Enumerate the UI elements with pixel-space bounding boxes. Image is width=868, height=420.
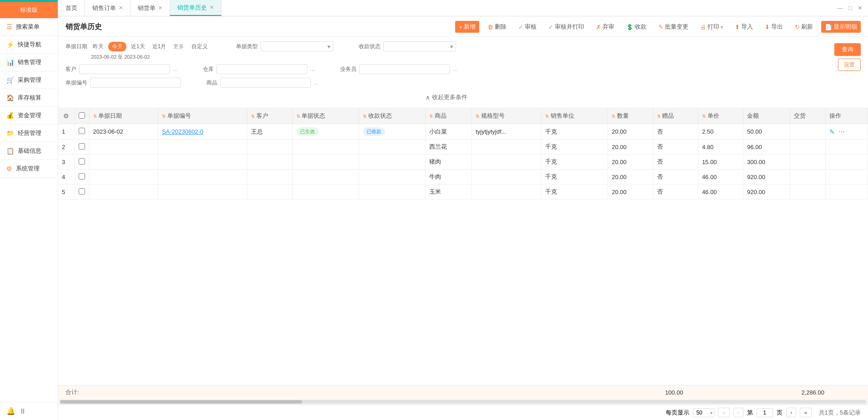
close-tab-sales-history[interactable]: ✕ [210, 5, 214, 10]
sidebar-item-sys-mgmt[interactable]: ⚙ 系统管理 [0, 160, 58, 178]
date-btn-custom[interactable]: 自定义 [189, 42, 211, 51]
show-detail-button[interactable]: 📄 显示明细 [821, 21, 861, 33]
select-all-checkbox[interactable] [79, 112, 85, 119]
date-btn-last1m[interactable]: 近1月 [150, 42, 169, 51]
row-checkbox[interactable] [79, 188, 85, 195]
filter-row-3: 单据编号 商品 ... [65, 78, 827, 88]
row-checkbox[interactable] [79, 158, 85, 165]
goods-dots[interactable]: ... [314, 80, 318, 86]
maximize-btn[interactable]: □ [848, 5, 852, 11]
ops[interactable]: ✎ ⋯ [826, 124, 868, 140]
warehouse-input[interactable] [216, 64, 307, 74]
notification-icon[interactable]: 🔔 [6, 407, 15, 415]
row-checkbox[interactable] [79, 173, 85, 180]
tab-home[interactable]: 首页 [58, 0, 85, 16]
inventory-calc-icon: 🏠 [6, 94, 14, 101]
customer-dots[interactable]: ... [173, 66, 177, 72]
footer-total-amount: 2,286.00 [801, 389, 824, 396]
sidebar-item-quick-nav[interactable]: ⚡ 快捷导航 [0, 36, 58, 54]
sidebar-item-inventory-calc[interactable]: 🏠 库存核算 [0, 89, 58, 107]
sort-icon: ⇅ [363, 114, 366, 119]
date-btn-today[interactable]: 今天 [108, 42, 126, 51]
row-checkbox[interactable] [75, 124, 89, 140]
doc-no[interactable]: SA-20230602-0 [158, 124, 247, 140]
delete-button[interactable]: 🗑 删除 [484, 21, 510, 33]
sidebar-item-label: 销售管理 [18, 58, 41, 66]
new-button[interactable]: + 新增 [455, 21, 479, 33]
ops-cell: ✎ ⋯ [829, 128, 864, 135]
print-button[interactable]: 🖨 打印 ▾ [697, 21, 727, 33]
close-tab-sales-goods[interactable]: ✕ [158, 5, 162, 11]
minimize-btn[interactable]: — [837, 5, 843, 11]
filter-right: 查询 设置 [834, 41, 861, 71]
date-btn-last7[interactable]: 近1天 [128, 42, 148, 51]
export-button[interactable]: ⬇ 导出 [761, 21, 787, 33]
sidebar-item-basic-info[interactable]: 📋 基础信息 [0, 142, 58, 160]
discard-button[interactable]: ✗ 弃审 [592, 21, 618, 33]
row-checkbox[interactable] [79, 128, 85, 134]
date-btn-more[interactable]: 更多 [171, 42, 187, 51]
first-page-btn[interactable]: « [718, 408, 729, 417]
audit-button[interactable]: ✓ 审核 [515, 21, 540, 33]
salesman-dots[interactable]: ... [453, 66, 457, 72]
table-row: 12023-06-02SA-20230602-0王总已生效已收款小白菜tyjyt… [58, 124, 868, 140]
per-page-label: 每页显示 [666, 409, 689, 417]
edit-icon[interactable]: ✎ [829, 128, 835, 135]
query-button[interactable]: 查询 [834, 43, 861, 56]
tab-sales-goods[interactable]: 销货单 ✕ [130, 0, 170, 16]
audit-print-button[interactable]: ✓ 审核并打印 [545, 21, 588, 33]
sidebar-item-search-menu[interactable]: ☰ 搜索菜单 [0, 18, 58, 36]
row-checkbox[interactable] [75, 170, 89, 185]
page-input[interactable] [757, 408, 773, 417]
import-icon: ⬆ [735, 24, 740, 30]
sidebar-item-fund-mgmt[interactable]: 💰 资金管理 [0, 107, 58, 125]
table-row: 3猪肉千克20.00否15.00300.00 [58, 155, 868, 170]
doc-type-select[interactable] [261, 41, 333, 51]
prev-page-btn[interactable]: ‹ [733, 408, 743, 417]
set-button[interactable]: 设置 [838, 59, 861, 71]
customer-input[interactable] [79, 64, 170, 74]
import-button[interactable]: ⬆ 导入 [731, 21, 757, 33]
sidebar-item-label: 搜索菜单 [16, 23, 40, 31]
gear-icon[interactable]: ⚙ [63, 112, 69, 120]
print-label: 打印 [707, 23, 719, 31]
sidebar-item-purchase-mgmt[interactable]: 🛒 采购管理 [0, 71, 58, 89]
sidebar-item-label: 基础信息 [18, 147, 41, 155]
refresh-button[interactable]: ↻ 刷新 [791, 21, 817, 33]
basic-info-icon: 📋 [6, 147, 14, 155]
doc-no-input[interactable] [90, 78, 181, 88]
doc-no-link[interactable]: SA-20230602-0 [162, 128, 203, 135]
goods-input[interactable] [220, 78, 311, 88]
last-page-btn[interactable]: » [800, 408, 811, 417]
row-checkbox[interactable] [79, 143, 85, 150]
next-page-btn[interactable]: › [786, 408, 796, 417]
print-dropdown-icon[interactable]: ▾ [721, 25, 723, 30]
collapse-btn[interactable]: ∧ 收起更多条件 [65, 91, 827, 103]
collect-button[interactable]: 💲 收款 [622, 21, 650, 33]
collect-status-select[interactable] [383, 41, 456, 51]
close-btn[interactable]: ✕ [858, 5, 863, 11]
date-btn-yesterday[interactable]: 昨天 [90, 42, 106, 51]
pause-icon[interactable]: ⏸ [19, 407, 26, 415]
unit-price: 4.80 [698, 140, 743, 155]
horizontal-scrollbar[interactable] [58, 399, 868, 405]
batch-change-button[interactable]: ✎ 批量变更 [655, 21, 692, 33]
status-badge: 已生效 [296, 127, 319, 136]
salesman-input[interactable] [359, 64, 450, 74]
date-range-btns: 昨天 今天 近1天 近1月 更多 自定义 [90, 42, 211, 51]
sidebar-item-sales-mgmt[interactable]: 📊 销售管理 [0, 54, 58, 71]
row-checkbox[interactable] [75, 140, 89, 155]
sort-icon: ⇅ [545, 114, 549, 119]
tab-sales-order[interactable]: 销售订单 ✕ [85, 0, 130, 16]
more-ops-icon[interactable]: ⋯ [838, 128, 845, 135]
close-tab-sales-order[interactable]: ✕ [119, 5, 123, 11]
tab-sales-history[interactable]: 销货单历史 ✕ [170, 0, 221, 16]
refresh-label: 刷新 [801, 23, 813, 31]
goods: 西兰花 [426, 140, 472, 155]
scrollbar-thumb[interactable] [60, 400, 302, 404]
sidebar-item-ops-mgmt[interactable]: 📁 经营管理 [0, 125, 58, 142]
row-checkbox[interactable] [75, 155, 89, 170]
per-page-select[interactable]: 20 50 100 [693, 408, 714, 417]
warehouse-dots[interactable]: ... [310, 66, 315, 72]
row-checkbox[interactable] [75, 185, 89, 200]
